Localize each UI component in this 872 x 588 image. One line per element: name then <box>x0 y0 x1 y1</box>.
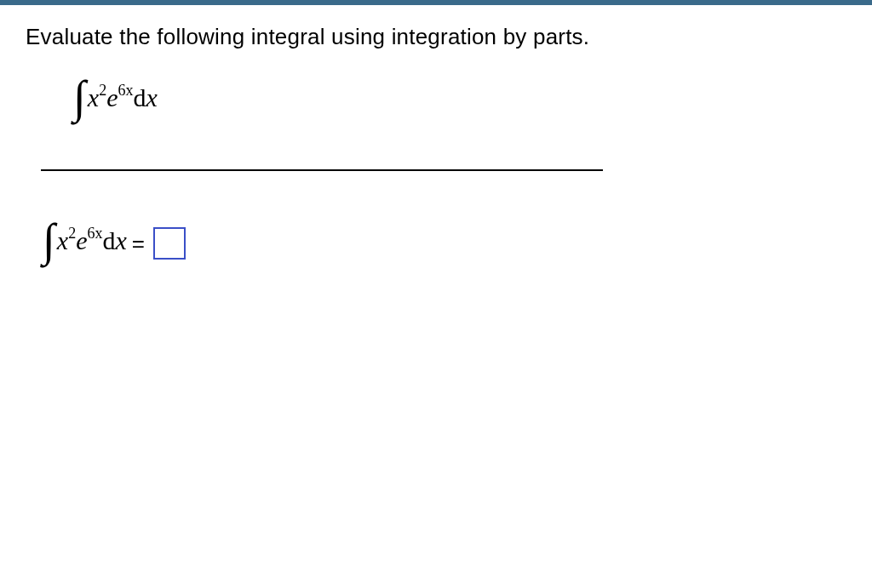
integral-expression: ∫x2e6xdx <box>73 83 158 111</box>
section-divider <box>41 169 603 171</box>
integral-symbol: ∫ <box>73 71 86 123</box>
content-area: Evaluate the following integral using in… <box>0 5 872 288</box>
answer-row: ∫x2e6xdx = <box>43 217 846 270</box>
answer-expression: ∫x2e6xdx <box>43 217 127 270</box>
question-prompt: Evaluate the following integral using in… <box>26 24 846 50</box>
answer-input[interactable] <box>153 227 186 260</box>
integral-symbol: ∫ <box>43 214 55 266</box>
equals-sign: = <box>132 231 145 257</box>
integral-display: ∫x2e6xdx <box>73 74 846 127</box>
